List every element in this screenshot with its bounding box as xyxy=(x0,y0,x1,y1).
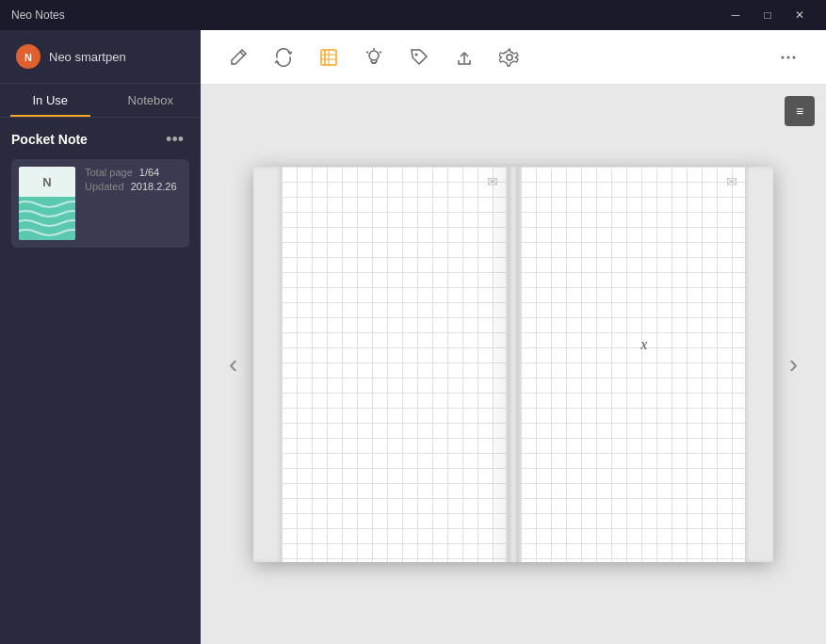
prev-page-button[interactable]: ‹ xyxy=(219,342,247,387)
neo-logo-icon: N xyxy=(15,43,41,70)
svg-line-11 xyxy=(380,52,381,53)
pen-button[interactable] xyxy=(219,39,257,76)
panel-button[interactable]: ≡ xyxy=(785,96,815,126)
svg-point-18 xyxy=(793,56,796,58)
right-page-grid xyxy=(521,167,745,562)
bulb-icon xyxy=(364,47,384,68)
main-layout: N Neo smartpen In Use Notebox Pocket Not… xyxy=(0,30,826,644)
minimize-button[interactable]: ─ xyxy=(721,2,751,28)
sync-button[interactable] xyxy=(265,39,302,76)
notebook-section-title: Pocket Note xyxy=(11,132,88,147)
notebook-icon xyxy=(318,47,339,68)
toolbar xyxy=(201,30,826,85)
svg-point-17 xyxy=(787,56,790,58)
updated-value: 2018.2.26 xyxy=(131,181,177,192)
svg-text:N: N xyxy=(24,52,32,63)
notebook-info: Total page 1/64 Updated 2018.2.26 xyxy=(85,167,182,195)
handwriting: x xyxy=(640,336,647,353)
svg-point-8 xyxy=(369,51,379,60)
more-options-button[interactable] xyxy=(769,39,807,76)
notebook-card[interactable]: N Total page 1/64 xyxy=(11,159,189,248)
thumb-letter: N xyxy=(42,175,51,189)
logo-text: Neo smartpen xyxy=(49,50,126,64)
wave-svg xyxy=(19,197,75,240)
tab-notebox[interactable]: Notebox xyxy=(101,84,202,117)
tag-button[interactable] xyxy=(400,39,438,76)
sidebar-logo: N Neo smartpen xyxy=(0,30,201,84)
svg-point-13 xyxy=(415,53,418,56)
sync-icon xyxy=(273,47,294,68)
svg-point-15 xyxy=(507,55,512,60)
left-page: ✉ xyxy=(282,167,508,562)
window-controls: ─ □ ✕ xyxy=(721,2,815,28)
right-page: ✉ x xyxy=(519,167,745,562)
thumb-top: N xyxy=(19,167,75,197)
total-page-row: Total page 1/64 xyxy=(85,167,182,178)
notebook-thumbnail: N xyxy=(19,167,75,240)
left-email-icon: ✉ xyxy=(487,174,498,189)
idea-button[interactable] xyxy=(355,39,393,76)
settings-button[interactable] xyxy=(491,39,528,76)
upload-button[interactable] xyxy=(445,39,483,76)
notebook-more-button[interactable]: ••• xyxy=(160,129,189,150)
book-container: ✉ ✉ x xyxy=(253,167,773,562)
maximize-button[interactable]: □ xyxy=(753,2,783,28)
updated-row: Updated 2018.2.26 xyxy=(85,181,182,192)
app-title: Neo Notes xyxy=(11,8,65,22)
close-button[interactable]: ✕ xyxy=(785,2,815,28)
left-page-grid xyxy=(282,167,506,562)
tab-in-use[interactable]: In Use xyxy=(0,84,101,117)
notebook-viewer: ‹ ✉ ✉ x xyxy=(201,85,826,644)
right-email-icon: ✉ xyxy=(726,174,737,189)
book-spine xyxy=(508,167,519,562)
tag-icon xyxy=(409,47,429,68)
more-icon xyxy=(778,47,799,68)
sidebar-content: Pocket Note ••• N xyxy=(0,118,201,644)
total-page-value: 1/64 xyxy=(139,167,159,178)
pen-icon xyxy=(228,47,249,68)
content-area: ‹ ✉ ✉ x xyxy=(201,30,826,644)
notebook-view-button[interactable] xyxy=(310,39,348,76)
svg-line-12 xyxy=(366,52,368,53)
thumb-waves xyxy=(19,197,75,240)
svg-point-16 xyxy=(782,56,785,58)
sidebar: N Neo smartpen In Use Notebox Pocket Not… xyxy=(0,30,201,644)
book-cover-left xyxy=(253,167,282,562)
next-page-button[interactable]: › xyxy=(780,342,807,387)
upload-icon xyxy=(454,47,475,68)
titlebar: Neo Notes ─ □ ✕ xyxy=(0,0,826,30)
svg-line-2 xyxy=(240,52,244,56)
book-cover-right xyxy=(745,167,773,562)
sidebar-tabs: In Use Notebox xyxy=(0,84,201,118)
settings-icon xyxy=(499,47,520,68)
notebook-header: Pocket Note ••• xyxy=(11,129,189,150)
